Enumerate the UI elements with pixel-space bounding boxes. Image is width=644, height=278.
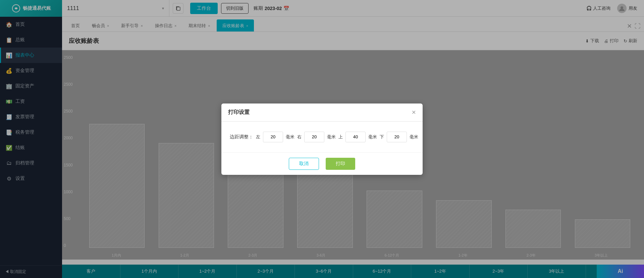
left-unit: 毫米 [286, 134, 294, 140]
bottom-margin-input[interactable] [387, 132, 407, 142]
modal-footer: 取消 打印 [221, 152, 423, 175]
right-unit: 毫米 [327, 134, 336, 140]
bottom-unit: 毫米 [410, 134, 418, 140]
modal-header: 打印设置 ✕ [221, 103, 423, 122]
top-label: 上 [338, 134, 343, 140]
right-margin-input[interactable] [304, 132, 324, 142]
left-label: 左 [256, 134, 260, 140]
modal-close-button[interactable]: ✕ [412, 109, 416, 116]
right-label: 右 [297, 134, 302, 140]
modal-title: 打印设置 [228, 109, 250, 116]
confirm-print-button[interactable]: 打印 [326, 158, 355, 170]
cancel-button[interactable]: 取消 [289, 158, 319, 170]
top-unit: 毫米 [368, 134, 377, 140]
print-dialog: 打印设置 ✕ 边距调整： 左 毫米 右 毫米 上 毫米 下 毫米 取消 打印 [221, 103, 423, 175]
top-margin-input[interactable] [345, 132, 366, 142]
modal-body: 边距调整： 左 毫米 右 毫米 上 毫米 下 毫米 [221, 122, 423, 152]
modal-overlay: 打印设置 ✕ 边距调整： 左 毫米 右 毫米 上 毫米 下 毫米 取消 打印 [0, 0, 644, 278]
margin-label: 边距调整： [230, 134, 253, 140]
margin-form-row: 边距调整： 左 毫米 右 毫米 上 毫米 下 毫米 [230, 132, 414, 142]
bottom-label: 下 [380, 134, 384, 140]
left-margin-input[interactable] [263, 132, 283, 142]
